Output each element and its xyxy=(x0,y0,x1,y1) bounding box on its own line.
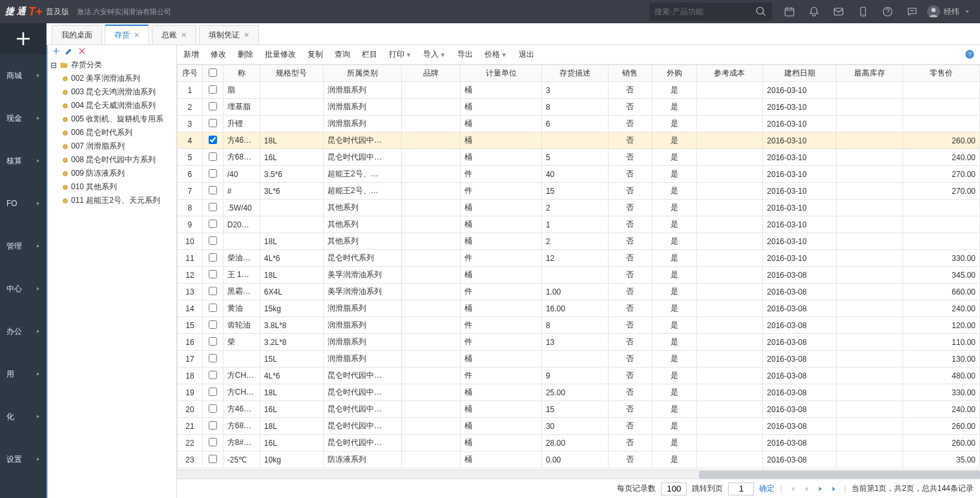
tree-edit-icon[interactable] xyxy=(65,47,74,56)
toolbar-button[interactable]: 复制 xyxy=(308,49,323,60)
tab[interactable]: 填制凭证✕ xyxy=(199,25,259,45)
col-header[interactable]: 建档日期 xyxy=(763,65,837,82)
toolbar-dropdown[interactable]: 导入 ▼ xyxy=(423,49,446,60)
row-checkbox[interactable] xyxy=(209,152,217,161)
table-row[interactable]: 18方CH…4L*6昆仑时代园中…件9否是2016-03-08480.00 xyxy=(178,368,980,384)
help-icon[interactable] xyxy=(882,6,893,17)
tree-delete-icon[interactable] xyxy=(78,47,87,56)
row-checkbox[interactable] xyxy=(209,320,217,329)
tab-close-icon[interactable]: ✕ xyxy=(134,31,140,39)
tree-leaf[interactable]: 007 润滑脂系列 xyxy=(62,140,174,153)
nav-item[interactable]: 设置 xyxy=(0,438,47,481)
row-checkbox[interactable] xyxy=(209,388,217,396)
user-menu[interactable]: 经纬 xyxy=(927,5,971,18)
table-row[interactable]: 3升锂润滑脂系列桶6否是2016-03-10 xyxy=(178,116,980,132)
toolbar-button[interactable]: 栏目 xyxy=(362,49,377,60)
toolbar-button[interactable]: 删除 xyxy=(238,49,253,60)
first-page-icon[interactable] xyxy=(787,484,797,493)
nav-item[interactable]: 现金 xyxy=(0,97,47,140)
row-checkbox[interactable] xyxy=(209,85,217,94)
row-checkbox[interactable] xyxy=(209,421,217,430)
row-checkbox[interactable] xyxy=(209,455,217,463)
pager-confirm-button[interactable]: 确定 xyxy=(759,483,775,494)
row-checkbox[interactable] xyxy=(209,287,217,295)
tree-leaf[interactable]: 002 美孚润滑油系列 xyxy=(62,72,174,85)
table-row[interactable]: 13黑霸…6X4L美孚润滑油系列件1.00否是2016-03-08660.00 xyxy=(178,284,980,300)
col-header[interactable]: 计量单位 xyxy=(461,65,542,82)
table-row[interactable]: 7#3L*6超能王2号、…件15否是2016-03-10270.00 xyxy=(178,183,980,200)
row-checkbox[interactable] xyxy=(209,304,217,312)
nav-item[interactable]: 管理 xyxy=(0,225,47,267)
table-row[interactable]: 1脂润滑脂系列桶3否是2016-03-10 xyxy=(178,82,980,99)
table-row[interactable]: 21方68…18L昆仑时代园中…桶30否是2016-03-08260.00 xyxy=(178,418,980,435)
table-row[interactable]: 16柴3.2L*8润滑脂系列件13否是2016-03-08110.00 xyxy=(178,334,980,351)
table-row[interactable]: 6/403.5*6超能王2号、…件40否是2016-03-10270.00 xyxy=(178,166,980,183)
nav-item[interactable]: 中心 xyxy=(0,267,47,310)
col-header[interactable]: 称 xyxy=(223,65,260,82)
col-header[interactable]: 销售 xyxy=(608,65,652,82)
search-input[interactable] xyxy=(654,7,755,16)
col-header[interactable] xyxy=(202,65,223,82)
table-row[interactable]: 4方46…18L昆仑时代园中…桶否是2016-03-10260.00 xyxy=(178,132,980,149)
table-row[interactable]: 9D20…其他系列桶1否是2016-03-10 xyxy=(178,216,980,233)
col-header[interactable]: 最高库存 xyxy=(837,65,903,82)
toolbar-button[interactable]: 查询 xyxy=(335,49,350,60)
tab[interactable]: 我的桌面 xyxy=(52,25,102,45)
row-checkbox[interactable] xyxy=(209,270,217,278)
row-checkbox[interactable] xyxy=(209,354,217,362)
toolbar-button[interactable]: 修改 xyxy=(211,49,226,60)
tree-leaf[interactable]: 009 防冻液系列 xyxy=(62,167,174,180)
row-checkbox[interactable] xyxy=(209,169,217,178)
toolbar-button[interactable]: 退出 xyxy=(519,49,534,60)
message-icon[interactable] xyxy=(906,6,918,17)
mail-icon[interactable] xyxy=(833,6,844,17)
nav-item[interactable]: 办公 xyxy=(0,310,47,353)
tab[interactable]: 总账✕ xyxy=(152,25,196,45)
toolbar-button[interactable]: 新增 xyxy=(183,49,199,60)
tree-leaf[interactable]: 004 昆仑天威润滑油系列 xyxy=(62,99,174,112)
nav-item[interactable]: FO xyxy=(0,182,47,225)
row-checkbox[interactable] xyxy=(209,438,217,446)
tree-add-icon[interactable] xyxy=(52,47,61,56)
select-all-checkbox[interactable] xyxy=(209,68,217,77)
col-header[interactable]: 零售价 xyxy=(903,65,980,82)
search-icon[interactable] xyxy=(755,6,767,17)
table-row[interactable]: 15齿轮油3.8L*8润滑脂系列件8否是2016-03-08120.00 xyxy=(178,317,980,334)
toolbar-dropdown[interactable]: 价格 ▼ xyxy=(485,49,507,60)
row-checkbox[interactable] xyxy=(209,404,217,413)
nav-add-button[interactable] xyxy=(0,23,47,54)
row-checkbox[interactable] xyxy=(209,136,217,144)
toolbar-help-icon[interactable]: ? xyxy=(964,49,975,59)
mobile-icon[interactable] xyxy=(857,6,869,17)
toolbar-dropdown[interactable]: 打印 ▼ xyxy=(389,49,412,60)
next-page-icon[interactable] xyxy=(816,484,825,493)
prev-page-icon[interactable] xyxy=(802,484,811,493)
nav-item[interactable]: 核算 xyxy=(0,140,47,182)
nav-item[interactable]: 用 xyxy=(0,353,47,395)
tree-leaf[interactable]: 011 超能王2号、天元系列 xyxy=(62,194,174,207)
row-checkbox[interactable] xyxy=(209,220,217,228)
row-checkbox[interactable] xyxy=(209,253,217,262)
tree-leaf[interactable]: 008 昆仑时代园中方系列 xyxy=(62,153,174,167)
table-row[interactable]: 5方68…16L昆仑时代园中…桶5否是2016-03-10240.00 xyxy=(178,149,980,166)
toolbar-button[interactable]: 批量修改 xyxy=(265,49,296,60)
tree-leaf[interactable]: 006 昆仑时代系列 xyxy=(62,126,174,140)
tab-close-icon[interactable]: ✕ xyxy=(244,31,249,39)
calendar-icon[interactable] xyxy=(784,6,795,17)
row-checkbox[interactable] xyxy=(209,186,217,194)
table-row[interactable]: 14黄油15kg润滑脂系列桶16.00否是2016-03-08240.00 xyxy=(178,300,980,317)
col-header[interactable]: 存货描述 xyxy=(541,65,608,82)
per-page-input[interactable] xyxy=(661,482,687,495)
table-row[interactable]: 8.5W/40其他系列桶2否是2016-03-10 xyxy=(178,200,980,216)
tab-close-icon[interactable]: ✕ xyxy=(181,31,187,39)
grid-scroll[interactable]: 序号称规格型号所属类别品牌计量单位存货描述销售外购参考成本建档日期最高库存零售价… xyxy=(177,65,980,470)
search-box[interactable] xyxy=(649,3,772,21)
bell-icon[interactable] xyxy=(808,6,820,17)
table-row[interactable]: 23-25℃10kg防冻液系列桶0.00否是2016-03-0835.00 xyxy=(178,451,980,468)
jump-input[interactable] xyxy=(728,482,754,495)
col-header[interactable]: 序号 xyxy=(178,65,203,82)
row-checkbox[interactable] xyxy=(209,119,217,127)
col-header[interactable]: 所属类别 xyxy=(324,65,402,82)
row-checkbox[interactable] xyxy=(209,236,217,245)
row-checkbox[interactable] xyxy=(209,371,217,379)
